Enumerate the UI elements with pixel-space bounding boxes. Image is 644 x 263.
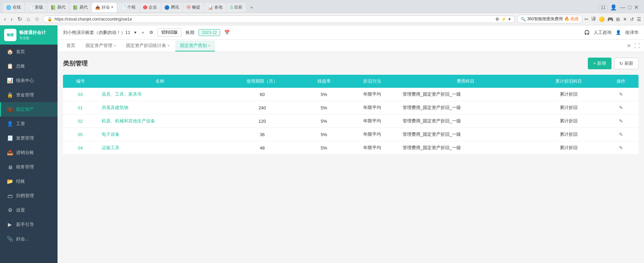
content-tab-home[interactable]: 首页 xyxy=(62,40,80,51)
game-icon[interactable]: 🎮 xyxy=(607,16,613,22)
content-tab-depreciation-table[interactable]: 固定资产折旧统计表 × xyxy=(121,40,174,51)
home-button[interactable]: ⌂ xyxy=(25,15,31,23)
lightning-icon[interactable]: ⚡ xyxy=(501,17,506,22)
forward-button[interactable]: › xyxy=(9,15,14,23)
cell-expense: 管理费用_固定资产折旧_一级 xyxy=(399,128,533,141)
reload-button[interactable]: ↻ xyxy=(16,15,23,23)
cell-action[interactable]: ✎ xyxy=(604,101,639,115)
tab-fullscreen-icon[interactable]: ⛶ xyxy=(634,43,640,49)
browser-tab-yidai2[interactable]: 📗 易代 xyxy=(70,3,91,12)
calendar-icon[interactable]: 📅 xyxy=(224,30,230,35)
url-bar[interactable]: 🔒 https://cloud.chanjet.com/accounting/u… xyxy=(43,15,515,23)
sidebar-item-tax[interactable]: 🖥 税务管理 xyxy=(0,160,58,174)
browser-tab-haohui[interactable]: 📤 好会 × xyxy=(92,3,117,12)
sidebar-item-settings[interactable]: ⚙ 设置 xyxy=(0,203,58,217)
settings-icon-header[interactable]: ⚙ xyxy=(149,30,153,35)
cell-method: 年限平均 xyxy=(346,115,399,128)
sidebar-item-closing[interactable]: 📂 结账 xyxy=(0,174,58,189)
edit-button[interactable]: ✎ xyxy=(619,132,623,137)
browser-tab-new[interactable]: 📄 新版 xyxy=(25,3,47,12)
browser-tab-yidai1[interactable]: 📗 易代 xyxy=(47,3,69,12)
sidebar-item-invoice[interactable]: 🧾 发票管理 xyxy=(0,131,58,145)
switch-to-old-btn[interactable]: 切到旧版 xyxy=(157,28,181,37)
history-icon[interactable]: ↺ xyxy=(630,16,634,22)
sidebar-item-archive[interactable]: 🗃 归档管理 xyxy=(0,189,58,203)
cell-name: 机器、机械和其他生产设备 xyxy=(98,115,222,128)
sidebar-item-label-more: 好会... xyxy=(16,236,29,242)
home-icon: 🏠 xyxy=(7,49,13,55)
search-bar[interactable]: 🔍 360智能抠图免费用 🔥 热搜 xyxy=(517,15,582,23)
closing-icon: 📂 xyxy=(7,178,13,184)
browser-tab-tengxun[interactable]: 🔵 腾讯 xyxy=(161,3,182,12)
sidebar-item-finance[interactable]: 🔒 资金管理 xyxy=(0,88,58,102)
reports-icon: 📊 xyxy=(7,77,13,84)
plus-icon[interactable]: ＋ xyxy=(141,29,145,36)
new-tab-icon[interactable]: ＋ xyxy=(249,4,254,11)
sidebar-item-reports[interactable]: 📊 报表中心 xyxy=(0,73,58,88)
cell-id: 02 xyxy=(63,115,98,128)
bookmark-button[interactable]: ☆ xyxy=(33,15,41,23)
cell-action[interactable]: ✎ xyxy=(604,115,639,128)
browser-minimize-icon[interactable]: — xyxy=(620,4,625,11)
page-actions: + 新增 ↻ 刷新 xyxy=(588,58,639,69)
edit-button[interactable]: ✎ xyxy=(619,145,623,151)
app-header-right: 🎧 人工咨询 👤 徐泽华 xyxy=(584,29,639,36)
wallet-icon[interactable]: 🟡 xyxy=(599,16,605,22)
close-tab-depreciation[interactable]: × xyxy=(167,44,169,48)
close-tab-category[interactable]: × xyxy=(208,44,210,48)
sidebar-item-salary[interactable]: 👤 工资 xyxy=(0,117,58,131)
content-tab-category[interactable]: 固定资产类别 × xyxy=(175,40,215,51)
period-label: 账期 xyxy=(186,29,194,36)
menu-icon[interactable]: ☰ xyxy=(637,16,641,22)
grid-icon[interactable]: ⊞ xyxy=(616,16,620,22)
content-tab-fixed-assets-mgmt[interactable]: 固定资产管理 × xyxy=(81,40,121,51)
dropdown-arrow-icon[interactable]: ▾ xyxy=(134,30,137,35)
edit-button[interactable]: ✎ xyxy=(619,118,623,124)
refresh-icon: ↻ xyxy=(619,61,623,66)
expand-icon[interactable]: ▾ xyxy=(508,17,510,22)
edit-button[interactable]: ✎ xyxy=(619,92,623,97)
cell-period: 240 xyxy=(223,101,302,115)
browser-tab-online[interactable]: 🌐 在线 xyxy=(3,3,24,12)
ledger-icon: 📋 xyxy=(7,63,13,69)
sidebar-item-more[interactable]: 📎 好会... xyxy=(0,232,58,246)
table-row: 01 房屋及建筑物 240 5% 年限平均 管理费用_固定资产折旧_一级 累计折… xyxy=(63,101,639,115)
browser-profile-icon[interactable]: 👤 xyxy=(610,4,617,11)
cell-action[interactable]: ✎ xyxy=(604,141,639,155)
theme-icon[interactable]: ☀ xyxy=(623,16,627,22)
close-tab-fixed-assets-mgmt[interactable]: × xyxy=(114,44,116,48)
browser-tab-qiye[interactable]: 🅒 企业 xyxy=(140,3,160,12)
sidebar-item-label-finance: 资金管理 xyxy=(16,92,34,98)
refresh-button[interactable]: ↻ 刷新 xyxy=(614,58,639,69)
translate-icon[interactable]: 译 xyxy=(591,16,596,22)
browser-toolbar: ✂ 译 🟡 🎮 ⊞ ☀ ↺ ☰ xyxy=(584,16,641,22)
salary-icon: 👤 xyxy=(7,121,13,127)
edit-button[interactable]: ✎ xyxy=(619,105,623,110)
page-title-bar: 类别管理 + 新增 ↻ 刷新 xyxy=(63,58,639,69)
sidebar-item-home[interactable]: 🏠 首页 xyxy=(0,45,58,59)
search-icon: 🔍 xyxy=(521,17,526,22)
sidebar-item-ledger[interactable]: 📋 总账 xyxy=(0,59,58,73)
browser-tab-muqian[interactable]: S 目前 xyxy=(227,3,246,12)
sidebar-item-guide[interactable]: ▶ 新手引导 xyxy=(0,217,58,232)
browser-tab-gedi[interactable]: 📊 各地 xyxy=(204,3,226,12)
sidebar-item-fixed-assets[interactable]: 💼 固定资产 xyxy=(0,102,58,117)
cell-action[interactable]: ✎ xyxy=(604,88,639,101)
archive-icon: 🗃 xyxy=(7,193,13,199)
browser-maximize-icon[interactable]: □ xyxy=(628,4,631,11)
add-category-button[interactable]: + 新增 xyxy=(588,58,611,69)
sidebar-app-subtitle: 专业版 xyxy=(19,36,46,40)
browser-tab-geshui[interactable]: 📄 个税 xyxy=(117,3,139,12)
tab-close-all-icon[interactable]: ✕ xyxy=(627,43,631,49)
cell-action[interactable]: ✎ xyxy=(604,128,639,141)
cell-residual: 5% xyxy=(302,115,346,128)
support-label[interactable]: 人工咨询 xyxy=(594,29,611,36)
sidebar-item-purchase[interactable]: 📥 进销台账 xyxy=(0,145,58,160)
browser-close-icon[interactable]: ✕ xyxy=(634,4,639,11)
cell-method: 年限平均 xyxy=(346,101,399,115)
search-text: 360智能抠图免费用 xyxy=(527,16,563,22)
cut-icon[interactable]: ✂ xyxy=(584,16,589,22)
browser-tab-changtí[interactable]: Ⓜ 畅提 xyxy=(183,3,204,12)
back-button[interactable]: ‹ xyxy=(3,15,7,23)
site-settings-icon[interactable]: ⚙ xyxy=(495,17,499,22)
